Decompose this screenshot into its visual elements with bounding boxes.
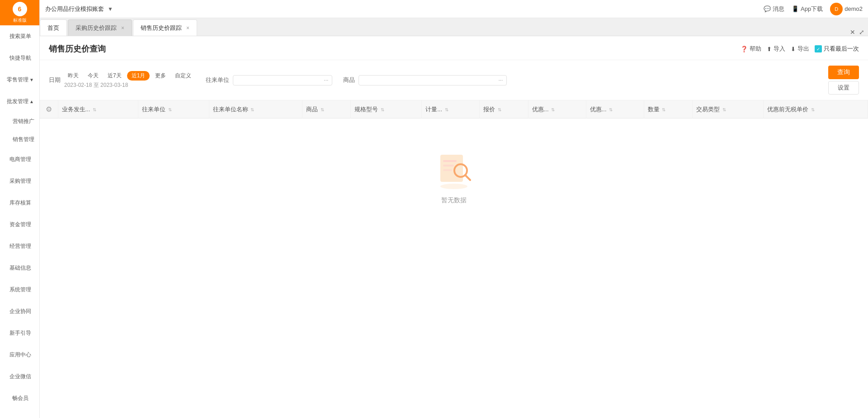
tab-expand-btn[interactable]: ⤢	[859, 28, 864, 36]
setting-button[interactable]: 设置	[828, 81, 859, 95]
sidebar-item-basic-info[interactable]: 基础信息	[0, 257, 40, 279]
sidebar-item-label: 批发管理	[7, 98, 28, 105]
date-btn-today[interactable]: 今天	[84, 71, 102, 81]
sidebar-item-marketing[interactable]: 营销推广	[0, 112, 40, 130]
col-trade-type-label: 交易类型	[696, 106, 720, 113]
export-label: 导出	[797, 45, 809, 53]
topbar: 办公用品行业模拟账套 ▼ 💬 消息 📱 App下载 D demo2	[40, 0, 868, 18]
message-btn[interactable]: 💬 消息	[764, 5, 784, 13]
sort-icon: ⇅	[445, 107, 448, 112]
col-goods[interactable]: 商品 ⇅	[302, 100, 350, 119]
col-pre-tax-price[interactable]: 优惠前无税单价 ⇅	[764, 100, 868, 119]
help-btn[interactable]: ❓ 帮助	[741, 45, 761, 53]
date-btn-custom[interactable]: 自定义	[171, 71, 195, 81]
sort-icon: ⇅	[609, 107, 613, 112]
help-icon: ❓	[741, 46, 748, 52]
counterpart-input-wrap[interactable]: ···	[233, 75, 332, 86]
export-btn[interactable]: ⬇ 导出	[791, 45, 809, 53]
sidebar-item-label: 应用中心	[9, 351, 31, 359]
tab-purchase-history[interactable]: 采购历史价跟踪 ×	[68, 19, 132, 36]
tab-purchase-close-icon[interactable]: ×	[121, 25, 124, 31]
sidebar-item-sales-mgmt[interactable]: 销售管理	[0, 130, 40, 148]
col-counterpart-name-label: 往来单位名称	[213, 106, 248, 113]
col-settings[interactable]: ⚙	[40, 100, 58, 119]
date-btn-more[interactable]: 更多	[151, 71, 170, 81]
query-button[interactable]: 查询	[828, 66, 859, 79]
date-options-col: 昨天 今天 近7天 近1月 更多 自定义 2023-02-18 至 2023-0…	[64, 71, 195, 89]
tab-sales-label: 销售历史价跟踪	[141, 24, 182, 32]
col-trade-type[interactable]: 交易类型 ⇅	[693, 100, 764, 119]
col-discount2[interactable]: 优惠... ⇅	[586, 100, 644, 119]
sidebar-item-ecommerce[interactable]: 电商管理	[0, 148, 40, 170]
sidebar-item-inventory[interactable]: 库存核算	[0, 192, 40, 214]
col-pre-tax-price-label: 优惠前无税单价	[767, 106, 808, 113]
goods-more-icon[interactable]: ···	[498, 77, 503, 83]
import-icon: ⬆	[767, 46, 772, 52]
col-counterpart-name[interactable]: 往来单位名称 ⇅	[209, 100, 302, 119]
col-quantity[interactable]: 数量 ⇅	[644, 100, 692, 119]
counterpart-input[interactable]	[237, 77, 324, 84]
sort-icon: ⇅	[722, 107, 726, 112]
settings-icon[interactable]: ⚙	[46, 105, 52, 113]
tab-sales-close-icon[interactable]: ×	[186, 25, 189, 31]
col-biz-date[interactable]: 业务发生... ⇅	[58, 100, 138, 119]
user-info[interactable]: D demo2	[830, 3, 863, 15]
sidebar-item-enterprise-collab[interactable]: 企业协同	[0, 300, 40, 322]
date-btn-1month[interactable]: 近1月	[127, 71, 150, 81]
avatar: D	[830, 3, 843, 15]
svg-rect-4	[443, 169, 452, 171]
topbar-title: 办公用品行业模拟账套	[45, 5, 104, 13]
table-wrap: ⚙ 业务发生... ⇅ 往来单位 ⇅ 往来单位名称	[40, 100, 868, 418]
col-quantity-label: 数量	[648, 106, 660, 113]
col-spec[interactable]: 规格型号 ⇅	[351, 100, 422, 119]
svg-line-6	[465, 175, 470, 180]
goods-filter-group: 商品 ···	[343, 75, 507, 86]
sidebar-item-retail-mgmt[interactable]: 零售管理 ▼	[0, 69, 40, 90]
sidebar-item-quick-nav[interactable]: 快捷导航	[0, 47, 40, 69]
sidebar-item-search-menu[interactable]: 搜索菜单	[0, 25, 40, 47]
only-last-checkbox[interactable]	[815, 45, 822, 52]
sidebar-item-purchase[interactable]: 采购管理	[0, 170, 40, 192]
topbar-dropdown-btn[interactable]: ▼	[108, 6, 113, 12]
col-biz-date-label: 业务发生...	[62, 106, 90, 113]
goods-input-wrap[interactable]: ···	[359, 75, 507, 86]
sidebar-item-wholesale-mgmt[interactable]: 批发管理 ▲	[0, 90, 40, 112]
date-btn-7days[interactable]: 近7天	[104, 71, 125, 81]
tab-home-label: 首页	[47, 24, 59, 32]
date-btn-yesterday[interactable]: 昨天	[64, 71, 82, 81]
tab-close-all-btn[interactable]: ✕	[850, 28, 855, 36]
import-btn[interactable]: ⬆ 导入	[767, 45, 785, 53]
only-last-checkbox-wrap[interactable]: 只看最后一次	[815, 45, 859, 53]
goods-input[interactable]	[363, 77, 498, 84]
date-buttons: 昨天 今天 近7天 近1月 更多 自定义	[64, 71, 195, 81]
sidebar-item-label: 企业微信	[9, 373, 31, 380]
sidebar-item-vip-member[interactable]: 畅会员	[0, 387, 40, 409]
tab-home[interactable]: 首页	[40, 19, 67, 36]
app-logo[interactable]: 6 标准版	[0, 0, 40, 25]
empty-text: 暂无数据	[441, 196, 467, 204]
col-discount2-label: 优惠...	[590, 106, 607, 113]
sidebar-item-finance[interactable]: 资金管理	[0, 214, 40, 235]
counterpart-more-icon[interactable]: ···	[324, 77, 328, 83]
sidebar-item-label: 营销推广	[13, 118, 34, 125]
col-counterpart[interactable]: 往来单位 ⇅	[138, 100, 209, 119]
col-unit[interactable]: 计量... ⇅	[422, 100, 480, 119]
sidebar-item-new-guide[interactable]: 新手引导	[0, 322, 40, 344]
tab-purchase-label: 采购历史价跟踪	[75, 24, 117, 32]
col-discount1[interactable]: 优惠... ⇅	[528, 100, 586, 119]
import-label: 导入	[774, 45, 785, 53]
topbar-right: 💬 消息 📱 App下载 D demo2	[764, 3, 863, 15]
tab-sales-history[interactable]: 销售历史价跟踪 ×	[133, 19, 197, 36]
message-label: 消息	[773, 5, 784, 13]
sort-icon: ⇅	[381, 107, 384, 112]
sidebar-item-enterprise-wechat[interactable]: 企业微信	[0, 366, 40, 387]
chevron-down-icon: ▼	[29, 77, 34, 82]
app-download-btn[interactable]: 📱 App下载	[792, 5, 823, 13]
sidebar-item-system[interactable]: 系统管理	[0, 279, 40, 300]
help-label: 帮助	[750, 45, 761, 53]
col-price[interactable]: 报价 ⇅	[480, 100, 528, 119]
col-spec-label: 规格型号	[354, 106, 378, 113]
sidebar-item-operations[interactable]: 经营管理	[0, 235, 40, 257]
col-goods-label: 商品	[306, 106, 318, 113]
sidebar-item-app-center[interactable]: 应用中心	[0, 344, 40, 366]
